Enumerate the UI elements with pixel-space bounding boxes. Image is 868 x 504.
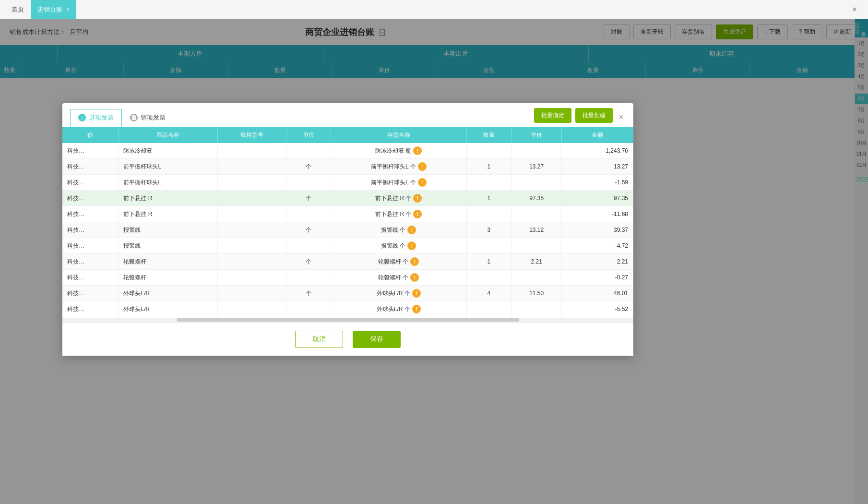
input-tab-icon: ↑ (78, 114, 86, 121)
horizontal-scrollbar[interactable] (62, 318, 633, 323)
warning-icon[interactable]: ! (413, 194, 422, 203)
table-cell (217, 175, 286, 191)
tab-input-invoice[interactable]: ↑ 进项发票 (70, 109, 122, 127)
table-cell (466, 175, 511, 191)
table-cell: 前平衡杆球头L (119, 159, 217, 175)
home-tab[interactable]: 首页 (5, 0, 31, 19)
table-cell (217, 286, 286, 301)
tab-output-label: 销项发票 (141, 113, 166, 122)
warning-icon[interactable]: ! (407, 241, 416, 250)
invoice-table: 你 商品名称 规格型号 单位 存货名称 数量 单价 金额 科技…防冻冷却液防冻冷… (62, 127, 633, 317)
table-cell: 轮毂螺杆 (119, 254, 217, 270)
table-cell: 科技… (62, 301, 119, 317)
table-cell (466, 206, 511, 222)
table-cell: 个 (286, 159, 331, 175)
table-row: 科技…前下悬挂 R前下悬挂 R 个!-11.68 (62, 206, 633, 222)
table-cell (466, 270, 511, 286)
table-row: 科技…前下悬挂 R个前下悬挂 R 个!197.3597.35 (62, 191, 633, 206)
warning-icon[interactable]: ! (413, 146, 422, 155)
table-cell (466, 238, 511, 254)
table-cell: 个 (286, 191, 331, 206)
main-area: 销售成本计算方法： 月平均 商贸企业进销台账 📋 对账 重新开账 存货别名 生成… (0, 19, 868, 504)
batch-assign-button[interactable]: 批量指定 (534, 108, 571, 123)
table-cell: 13.27 (511, 159, 562, 175)
table-row: 科技…报警线个报警线 个!313.1239.37 (62, 222, 633, 238)
th-unit: 单位 (286, 127, 331, 143)
table-cell: -5.52 (562, 301, 633, 317)
active-tab[interactable]: 进销台账 × (31, 0, 76, 19)
table-cell: -1.59 (562, 175, 633, 191)
table-cell (217, 159, 286, 175)
warning-icon[interactable]: ! (412, 305, 421, 313)
th-supplier: 你 (62, 127, 119, 143)
warning-icon[interactable]: ! (407, 226, 416, 234)
table-cell: 13.12 (511, 222, 562, 238)
table-cell: 防冻冷却液 瓶! (331, 143, 466, 159)
table-cell: 97.35 (511, 191, 562, 206)
table-cell (286, 301, 331, 317)
table-cell: -4.72 (562, 238, 633, 254)
warning-icon[interactable]: ! (410, 257, 419, 266)
table-cell: -0.27 (562, 270, 633, 286)
table-cell: 科技… (62, 159, 119, 175)
tab-close-icon[interactable]: × (66, 0, 70, 19)
table-cell (511, 301, 562, 317)
table-row: 科技…防冻冷却液防冻冷却液 瓶!-1,243.76 (62, 143, 633, 159)
table-body: 科技…防冻冷却液防冻冷却液 瓶!-1,243.76科技…前平衡杆球头L个前平衡杆… (62, 143, 633, 317)
table-cell: 97.35 (562, 191, 633, 206)
table-cell (217, 270, 286, 286)
table-row: 科技…报警线报警线 个!-4.72 (62, 238, 633, 254)
table-row: 科技…轮毂螺杆轮毂螺杆 个!-0.27 (62, 270, 633, 286)
table-cell: -11.68 (562, 206, 633, 222)
table-cell (217, 301, 286, 317)
table-cell (466, 143, 511, 159)
table-cell: 前平衡杆球头L (119, 175, 217, 191)
table-cell: 轮毂螺杆 个! (331, 270, 466, 286)
dialog-close-button[interactable]: × (617, 112, 626, 122)
dialog-table-wrap: 你 商品名称 规格型号 单位 存货名称 数量 单价 金额 科技…防冻冷却液防冻冷… (62, 127, 633, 317)
batch-create-button[interactable]: 批量创建 (575, 108, 613, 123)
warning-icon[interactable]: ! (418, 162, 427, 171)
table-cell (511, 143, 562, 159)
scrollbar-thumb[interactable] (177, 318, 519, 322)
table-cell (217, 254, 286, 270)
invoice-dialog: ↑ 进项发票 📄 销项发票 批量指定 批量创建 × (62, 103, 633, 356)
output-tab-icon: 📄 (130, 114, 138, 121)
table-cell: 2.21 (562, 254, 633, 270)
table-cell: 科技… (62, 286, 119, 301)
table-cell (217, 191, 286, 206)
table-cell (511, 238, 562, 254)
table-cell: 轮毂螺杆 (119, 270, 217, 286)
table-cell (511, 270, 562, 286)
table-row: 科技…外球头L/R个外球头L/R 个!411.5046.01 (62, 286, 633, 301)
cancel-button[interactable]: 取消 (295, 331, 343, 348)
window-close-button[interactable]: × (846, 1, 863, 18)
warning-icon[interactable]: ! (410, 273, 419, 282)
table-cell: 科技… (62, 206, 119, 222)
table-row: 科技…前平衡杆球头L个前平衡杆球头L 个!113.2713.27 (62, 159, 633, 175)
table-cell: 防冻冷却液 (119, 143, 217, 159)
table-cell: 外球头L/R (119, 301, 217, 317)
table-cell: 报警线 个! (331, 238, 466, 254)
table-cell: 前下悬挂 R 个! (331, 206, 466, 222)
warning-icon[interactable]: ! (413, 210, 422, 218)
save-button[interactable]: 保存 (353, 331, 401, 348)
th-spec: 规格型号 (217, 127, 286, 143)
table-cell: 轮毂螺杆 个! (331, 254, 466, 270)
table-cell: 报警线 (119, 238, 217, 254)
table-cell: 科技… (62, 175, 119, 191)
warning-icon[interactable]: ! (418, 178, 427, 187)
table-cell: 科技… (62, 254, 119, 270)
top-bar: 首页 进销台账 × × (0, 0, 868, 19)
table-cell: 前平衡杆球头L 个! (331, 175, 466, 191)
table-cell (286, 206, 331, 222)
dialog-header-buttons: 批量指定 批量创建 (534, 108, 613, 127)
tab-output-invoice[interactable]: 📄 销项发票 (122, 109, 174, 126)
table-cell: 前下悬挂 R 个! (331, 191, 466, 206)
table-cell (511, 175, 562, 191)
table-cell: 外球头L/R (119, 286, 217, 301)
table-head: 你 商品名称 规格型号 单位 存货名称 数量 单价 金额 (62, 127, 633, 143)
table-cell: 前下悬挂 R (119, 206, 217, 222)
table-cell: 4 (466, 286, 511, 301)
warning-icon[interactable]: ! (412, 289, 421, 298)
